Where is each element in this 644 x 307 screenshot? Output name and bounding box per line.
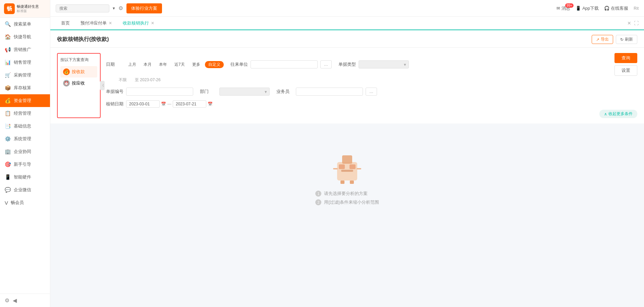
quick-nav-icon: 🏠 bbox=[5, 34, 11, 40]
wechat-icon: 💬 bbox=[5, 187, 11, 193]
tab-spacer bbox=[160, 17, 627, 30]
tab-actions: ✕ ⛶ bbox=[627, 17, 639, 30]
sidebar-item-search-menu[interactable]: 🔍 搜索菜单 bbox=[0, 18, 50, 31]
more-date-btn[interactable]: 更多 bbox=[190, 61, 203, 68]
doc-number-input[interactable] bbox=[126, 88, 193, 96]
department-select[interactable] bbox=[219, 88, 270, 96]
user-name[interactable]: Rit bbox=[634, 6, 639, 11]
sidebar-item-label: 搜索菜单 bbox=[14, 21, 31, 27]
svg-rect-2 bbox=[339, 164, 345, 169]
sidebar-item-label: 营销推广 bbox=[14, 47, 31, 53]
tab-close-all-icon[interactable]: ✕ bbox=[627, 20, 631, 26]
sidebar-item-enterprise[interactable]: 🏢 企业协同 bbox=[0, 145, 50, 158]
settings-button[interactable]: 设置 bbox=[614, 65, 637, 76]
sidebar-item-basic-info[interactable]: 📑 基础信息 bbox=[0, 120, 50, 133]
settings-icon[interactable]: ⚙ bbox=[5, 297, 9, 304]
this-year-btn[interactable]: 本年 bbox=[156, 61, 170, 68]
sidebar-item-label: 基础信息 bbox=[14, 123, 31, 129]
sidebar-item-guide[interactable]: 🎯 新手引导 bbox=[0, 158, 50, 171]
counterparty-label: 往来单位 bbox=[230, 61, 248, 67]
filter-panel-collapse[interactable]: 《 bbox=[100, 81, 105, 90]
logo-text-block: 畅捷通好生意 标准版 bbox=[17, 4, 39, 13]
tab-close-prepay[interactable]: ✕ bbox=[109, 21, 112, 25]
export-icon: ↗ bbox=[596, 37, 599, 42]
salesperson-more-btn[interactable]: … bbox=[366, 88, 377, 96]
tab-home[interactable]: 首页 bbox=[56, 17, 75, 30]
sales-icon: 📊 bbox=[5, 59, 11, 65]
page-title: 收款核销执行(按收款) bbox=[57, 36, 109, 43]
tab-receivable[interactable]: 收款核销执行 ✕ bbox=[117, 17, 160, 30]
tab-close-receivable[interactable]: ✕ bbox=[151, 21, 154, 25]
page-content: 收款核销执行(按收款) ↗ 导出 ↻ 刷新 按以下方案查询 💰 按收款 bbox=[50, 30, 644, 307]
sidebar-item-quick-nav[interactable]: 🏠 快捷导航 bbox=[0, 31, 50, 43]
verification-date-label: 核销日期 bbox=[106, 101, 123, 107]
salesperson-input[interactable] bbox=[296, 88, 363, 96]
header-right: ✉ 消息 99+ 📱 App下载 🎧 在线客服 Rit bbox=[556, 5, 639, 11]
tab-prepay-label: 预付冲应付单 bbox=[80, 20, 107, 26]
online-service-btn[interactable]: 🎧 在线客服 bbox=[604, 5, 628, 11]
date-quick-btns: 上月 本月 本年 近7天 更多 自定义 bbox=[125, 61, 224, 68]
collapse-more-button[interactable]: ∧ 收起更多条件 bbox=[599, 110, 637, 118]
page-header: 收款核销执行(按收款) ↗ 导出 ↻ 刷新 bbox=[50, 30, 644, 48]
sidebar-item-hardware[interactable]: 📱 智能硬件 bbox=[0, 171, 50, 184]
last-month-btn[interactable]: 上月 bbox=[125, 61, 139, 68]
message-badge: 99+ bbox=[565, 3, 574, 8]
industry-solution-button[interactable]: 体验行业方案 bbox=[126, 3, 162, 13]
message-icon: ✉ bbox=[556, 6, 560, 11]
message-btn[interactable]: ✉ 消息 99+ bbox=[556, 5, 570, 11]
app-icon: 📱 bbox=[576, 6, 581, 11]
date-field: 日期 上月 本月 本年 近7天 更多 自定义 bbox=[106, 61, 224, 68]
this-month-btn[interactable]: 本月 bbox=[141, 61, 154, 68]
sidebar-nav: 🔍 搜索菜单 🏠 快捷导航 📢 营销推广 📊 销售管理 🛒 采购管理 📦 库存核… bbox=[0, 18, 50, 294]
export-button[interactable]: ↗ 导出 bbox=[592, 35, 613, 44]
header-gear-icon[interactable]: ⚙ bbox=[118, 5, 123, 11]
filter-rows: 日期 上月 本月 本年 近7天 更多 自定义 往来单位 bbox=[106, 53, 637, 108]
sidebar-item-label: 资金管理 bbox=[14, 98, 31, 104]
sidebar-collapse-icon[interactable]: ◀ bbox=[13, 297, 17, 304]
sidebar-item-sales[interactable]: 📊 销售管理 bbox=[0, 56, 50, 69]
system-icon: ⚙️ bbox=[5, 136, 11, 142]
refresh-button[interactable]: ↻ 刷新 bbox=[616, 35, 637, 44]
salesperson-field: 业务员 … bbox=[276, 88, 377, 96]
search-dropdown-icon[interactable]: ▾ bbox=[113, 6, 115, 11]
sidebar-item-purchase[interactable]: 🛒 采购管理 bbox=[0, 69, 50, 82]
doc-type-label: 单据类型 bbox=[338, 61, 356, 67]
sidebar-item-marketing[interactable]: 📢 营销推广 bbox=[0, 43, 50, 56]
inventory-icon: 📦 bbox=[5, 85, 11, 91]
last-7days-btn[interactable]: 近7天 bbox=[172, 61, 187, 68]
filter-panel-title: 按以下方案查询 bbox=[60, 57, 97, 63]
header-left: ▾ ⚙ 体验行业方案 bbox=[56, 3, 162, 13]
department-label: 部门 bbox=[200, 89, 217, 95]
sidebar-item-label: 采购管理 bbox=[14, 72, 31, 78]
tab-prepay[interactable]: 预付冲应付单 ✕ bbox=[75, 17, 117, 30]
filter-by-receipt[interactable]: 💰 按收款 bbox=[60, 66, 97, 78]
verification-date-field: 核销日期 📅 — 📅 bbox=[106, 100, 213, 108]
sidebar-item-label: 企业微信 bbox=[14, 187, 31, 193]
query-button[interactable]: 查询 bbox=[614, 53, 637, 63]
counterparty-input[interactable] bbox=[251, 60, 318, 68]
counterparty-more-btn[interactable]: … bbox=[320, 60, 332, 68]
app-download-btn[interactable]: 📱 App下载 bbox=[576, 5, 599, 11]
filter-panel: 按以下方案查询 💰 按收款 ⏰ 按应收 《 bbox=[57, 53, 101, 118]
global-search-input[interactable] bbox=[56, 4, 109, 12]
sidebar-item-inventory[interactable]: 📦 库存核算 bbox=[0, 82, 50, 94]
filter-action-col: 查询 设置 bbox=[614, 53, 637, 76]
verification-date-end[interactable] bbox=[173, 100, 206, 108]
custom-date-btn[interactable]: 自定义 bbox=[205, 61, 224, 68]
sidebar-item-label: 新手引导 bbox=[14, 161, 31, 167]
cal-end-icon[interactable]: 📅 bbox=[208, 102, 213, 106]
sidebar-item-finance[interactable]: 💰 资金管理 bbox=[0, 94, 50, 107]
verification-date-start[interactable] bbox=[126, 100, 160, 108]
app-name: 畅捷通好生意 bbox=[17, 4, 39, 9]
filter-row-2: 单据编号 部门 业务员 bbox=[106, 88, 637, 96]
doc-type-select[interactable] bbox=[359, 60, 409, 68]
sidebar-item-system[interactable]: ⚙️ 系统管理 bbox=[0, 133, 50, 145]
sidebar-item-operations[interactable]: 📋 经营管理 bbox=[0, 107, 50, 120]
cal-start-icon[interactable]: 📅 bbox=[161, 102, 166, 106]
sidebar-item-wechat[interactable]: 💬 企业微信 bbox=[0, 184, 50, 196]
filter-by-receivable[interactable]: ⏰ 按应收 bbox=[60, 78, 97, 89]
tab-expand-icon[interactable]: ⛶ bbox=[634, 20, 639, 26]
sidebar-item-member[interactable]: V 畅会员 bbox=[0, 196, 50, 209]
sidebar-item-label: 销售管理 bbox=[14, 59, 31, 65]
svg-rect-4 bbox=[341, 170, 353, 172]
